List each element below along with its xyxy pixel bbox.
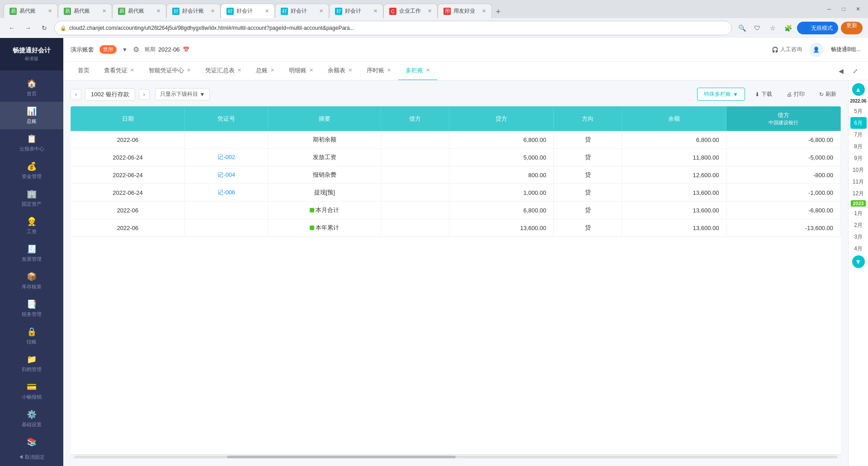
- sidebar-item-inventory[interactable]: 📦 库存核算: [0, 267, 63, 295]
- tab-close-icon[interactable]: ✕: [319, 8, 323, 14]
- sidebar-item-home[interactable]: 🏠 首页: [0, 74, 63, 102]
- calendar-month-7月[interactable]: 7月: [850, 129, 867, 141]
- content-tab-明细账[interactable]: 明细账 ✕: [282, 61, 321, 80]
- next-account-button[interactable]: ›: [139, 89, 150, 100]
- sidebar-item-capital[interactable]: 💰 资金管理: [0, 157, 63, 184]
- settings-icon[interactable]: ⚙: [133, 45, 139, 54]
- sidebar-item-close[interactable]: 🔒 结账: [0, 322, 63, 350]
- tab-close-icon[interactable]: ✕: [428, 8, 432, 14]
- back-button[interactable]: ←: [5, 22, 18, 34]
- multi-col-button[interactable]: 特殊多栏账 ▼: [697, 88, 745, 101]
- user-avatar[interactable]: 👤: [809, 42, 824, 57]
- maximize-button[interactable]: □: [837, 4, 850, 14]
- browser-tab-5[interactable]: 好 好会计 ✕: [221, 4, 275, 18]
- refresh-button[interactable]: ↻ 刷新: [815, 88, 841, 100]
- browser-tab-7[interactable]: 好 好会计 ✕: [329, 4, 383, 18]
- tab-close-x-icon[interactable]: ✕: [187, 67, 191, 73]
- tab-close-icon[interactable]: ✕: [265, 8, 269, 14]
- calendar-month-2023-2月[interactable]: 2月: [850, 219, 867, 231]
- new-tab-button[interactable]: +: [492, 5, 505, 18]
- voucher-link[interactable]: 记-004: [217, 171, 235, 178]
- calendar-month-6月[interactable]: 6月: [850, 117, 867, 129]
- calendar-month-2023-3月[interactable]: 3月: [850, 231, 867, 243]
- tab-close-icon[interactable]: ✕: [211, 8, 215, 14]
- browser-tab-3[interactable]: 易 易代账 ✕: [112, 4, 166, 18]
- tab-close-x-icon[interactable]: ✕: [387, 67, 391, 73]
- tab-close-x-icon[interactable]: ✕: [309, 67, 313, 73]
- calendar-month-10月[interactable]: 10月: [850, 164, 867, 176]
- browser-tab-8[interactable]: C 企业工作 ✕: [383, 4, 438, 18]
- demo-badge[interactable]: 禁用: [99, 45, 117, 54]
- content-tab-序时账[interactable]: 序时账 ✕: [359, 61, 398, 80]
- extensions-icon[interactable]: 🧩: [782, 22, 794, 34]
- browser-tab-4[interactable]: 好 好会计账 ✕: [166, 4, 221, 18]
- user-name[interactable]: 畅捷通B组...: [831, 46, 861, 53]
- calendar-month-2023-1月[interactable]: 1月: [850, 207, 867, 219]
- sidebar-item-archive[interactable]: 📁 归档管理: [0, 350, 63, 377]
- collapse-left-icon[interactable]: ◀: [835, 66, 846, 76]
- reload-button[interactable]: ↻: [38, 22, 51, 34]
- tab-close-x-icon[interactable]: ✕: [237, 67, 241, 73]
- horizontal-scrollbar[interactable]: [71, 454, 841, 459]
- table-header-row: 日期 凭证号 摘要 借方 贷方 方向 余额 借方 中国建设银行: [71, 107, 841, 131]
- calendar-month-11月[interactable]: 11月: [850, 176, 867, 188]
- tab-close-x-icon[interactable]: ✕: [270, 67, 274, 73]
- content-tab-凭证汇总表[interactable]: 凭证汇总表 ✕: [198, 61, 249, 80]
- sidebar-item-tax[interactable]: 📑 税务管理: [0, 295, 63, 322]
- browser-tab-9[interactable]: 用 用友好业 ✕: [438, 4, 492, 18]
- browser-tab-2[interactable]: 易 易代账 ✕: [58, 4, 112, 18]
- sidebar-item-invoice[interactable]: 🧾 发票管理: [0, 240, 63, 267]
- print-button[interactable]: 🖨 打印: [782, 88, 809, 100]
- content-tab-多栏账[interactable]: 多栏账 ✕: [398, 61, 437, 80]
- incognito-button[interactable]: 👤 无痕模式: [797, 22, 838, 34]
- calendar-month-8月[interactable]: 8月: [850, 141, 867, 152]
- calendar-icon[interactable]: 📅: [183, 47, 189, 53]
- star-icon[interactable]: ☆: [766, 22, 779, 34]
- download-button[interactable]: ⬇ 下载: [750, 88, 777, 100]
- tab-close-icon[interactable]: ✕: [373, 8, 377, 14]
- content-tab-总账[interactable]: 总账 ✕: [249, 61, 282, 80]
- dropdown-icon[interactable]: ▼: [122, 47, 127, 53]
- content-tab-查看凭证[interactable]: 查看凭证 ✕: [97, 61, 142, 80]
- tab-close-x-icon[interactable]: ✕: [130, 67, 134, 73]
- update-button[interactable]: 更新: [841, 22, 863, 34]
- calendar-month-12月[interactable]: 12月: [850, 188, 867, 199]
- calendar-scroll-down[interactable]: ▼: [852, 255, 865, 268]
- close-button[interactable]: ✕: [852, 4, 864, 14]
- calendar-scroll-up[interactable]: ▲: [852, 83, 865, 96]
- search-icon[interactable]: 🔍: [736, 22, 748, 34]
- sidebar-item-report[interactable]: 📋 云报表中心: [0, 129, 63, 157]
- sidebar-pin-button[interactable]: ◀ 取消固定: [0, 448, 63, 466]
- minimize-button[interactable]: ─: [823, 4, 835, 14]
- browser-tab-1[interactable]: 易 易代账 ✕: [4, 4, 58, 18]
- tab-close-x-icon[interactable]: ✕: [426, 67, 430, 73]
- calendar-month-2023-4月[interactable]: 4月: [850, 243, 867, 254]
- sidebar-item-guide[interactable]: 📚 新手引导: [0, 433, 63, 448]
- tab-close-icon[interactable]: ✕: [156, 8, 160, 14]
- tab-close-icon[interactable]: ✕: [48, 8, 52, 14]
- scroll-thumb[interactable]: [227, 456, 456, 458]
- sidebar-item-payroll[interactable]: 👷 工资: [0, 212, 63, 240]
- content-tab-余额表[interactable]: 余额表 ✕: [321, 61, 359, 80]
- calendar-month-5月[interactable]: 5月: [850, 105, 867, 117]
- sidebar-item-asset[interactable]: 🏢 固定资产: [0, 184, 63, 212]
- shield-icon[interactable]: 🛡: [751, 22, 764, 34]
- content-tab-首页[interactable]: 首页: [71, 61, 97, 80]
- address-bar[interactable]: 🔒 cloud2.chanjet.com/accounting/uh26t264…: [54, 21, 732, 35]
- voucher-link[interactable]: 记-006: [217, 189, 235, 196]
- tab-close-icon[interactable]: ✕: [482, 8, 486, 14]
- ai-consult-button[interactable]: 🎧 人工咨询: [772, 46, 802, 53]
- sidebar-item-expense[interactable]: 💳 小畅报销: [0, 377, 63, 405]
- sidebar-item-ledger[interactable]: 📊 总账: [0, 102, 63, 129]
- content-tab-智能凭证中心[interactable]: 智能凭证中心 ✕: [142, 61, 198, 80]
- tab-close-x-icon[interactable]: ✕: [348, 67, 352, 73]
- expand-icon[interactable]: ⤢: [850, 66, 861, 76]
- voucher-link[interactable]: 记-002: [217, 154, 235, 160]
- sidebar-item-settings[interactable]: ⚙️ 基础设置: [0, 405, 63, 433]
- calendar-month-9月[interactable]: 9月: [850, 152, 867, 164]
- tab-close-icon[interactable]: ✕: [102, 8, 106, 14]
- prev-account-button[interactable]: ‹: [71, 89, 81, 100]
- browser-tab-6[interactable]: 好 好会计 ✕: [275, 4, 329, 18]
- forward-button[interactable]: →: [22, 22, 34, 34]
- subcategory-filter[interactable]: 只显示下级科目 ▼: [155, 88, 210, 100]
